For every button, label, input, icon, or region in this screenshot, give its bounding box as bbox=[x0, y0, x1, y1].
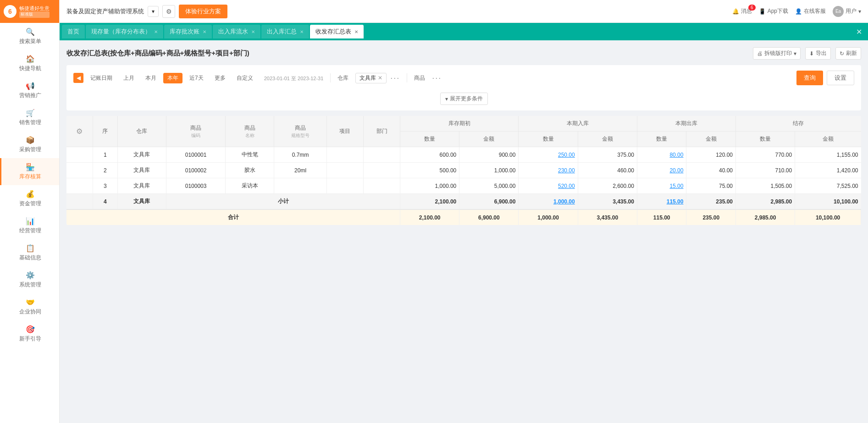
marketing-icon: 📢 bbox=[26, 82, 35, 90]
tab-receipt-summary[interactable]: 收发存汇总表 ✕ bbox=[310, 25, 364, 38]
row-in-qty[interactable]: 250.00 bbox=[519, 147, 578, 163]
tab-inventory-dist[interactable]: 现存量（库存分布表） ✕ bbox=[86, 25, 163, 38]
row-out-qty[interactable]: 20.00 bbox=[637, 163, 686, 178]
tab-close-icon[interactable]: ✕ bbox=[354, 29, 358, 34]
th-code: 商品编码 bbox=[166, 116, 225, 147]
sidebar-item-label: 新手引导 bbox=[19, 335, 41, 343]
row-out-qty[interactable]: 15.00 bbox=[637, 178, 686, 194]
row-no: 1 bbox=[93, 147, 117, 163]
goods-more-button[interactable]: ··· bbox=[432, 73, 442, 83]
basic-icon: 📋 bbox=[26, 244, 35, 253]
tab-in-out-summary[interactable]: 出入库汇总 ✕ bbox=[261, 25, 309, 38]
sidebar-item-marketing[interactable]: 📢 营销推广 bbox=[0, 77, 59, 104]
page-content: 收发存汇总表(按仓库+商品编码+商品+规格型号+项目+部门) 🖨 拆镜版打印 ▾… bbox=[60, 40, 868, 423]
tab-batch-ledger[interactable]: 库存批次账 ✕ bbox=[164, 25, 212, 38]
date-this-month[interactable]: 本月 bbox=[141, 73, 160, 83]
notifications-button[interactable]: 🔔 消息 6 bbox=[732, 7, 752, 15]
purchase-icon: 📦 bbox=[26, 136, 35, 144]
total-balance-amt: 10,100.00 bbox=[795, 209, 861, 225]
tab-home[interactable]: 首页 bbox=[62, 25, 85, 38]
row-expand bbox=[66, 163, 93, 178]
print-button[interactable]: 🖨 拆镜版打印 ▾ bbox=[753, 47, 801, 60]
sidebar-item-label: 基础信息 bbox=[19, 254, 41, 262]
row-out-amt: 120.00 bbox=[686, 147, 736, 163]
table-subtotal-row: 4 文具库 小计 2,100.00 6,900.00 1,000.00 3,43… bbox=[66, 194, 861, 210]
close-all-tabs-button[interactable]: ✕ bbox=[852, 27, 866, 36]
sidebar-item-collab[interactable]: 🤝 企业协同 bbox=[0, 293, 59, 320]
date-this-year[interactable]: 本年 bbox=[163, 73, 182, 83]
refresh-button[interactable]: ↻ 刷新 bbox=[835, 47, 861, 60]
sidebar-item-purchase[interactable]: 📦 采购管理 bbox=[0, 131, 59, 158]
user-menu[interactable]: Ea 用户 ▾ bbox=[833, 6, 861, 17]
row-in-qty[interactable]: 520.00 bbox=[519, 178, 578, 194]
query-button[interactable]: 查询 bbox=[796, 71, 823, 85]
divider bbox=[330, 73, 331, 82]
subtotal-balance-amt: 10,100.00 bbox=[795, 194, 861, 210]
sidebar-item-inventory[interactable]: 🏪 库存核算 bbox=[0, 158, 59, 185]
subtotal-out-qty[interactable]: 115.00 bbox=[637, 194, 686, 210]
row-warehouse: 文具库 bbox=[117, 178, 166, 194]
date-7days[interactable]: 近7天 bbox=[185, 73, 208, 83]
sidebar: 6 畅捷通好生意 标准版 🔍 搜索菜单 🏠 快捷导航 📢 营销推广 🛒 销售管理… bbox=[0, 0, 60, 423]
expand-row: ▾ 展开更多条件 bbox=[73, 89, 854, 105]
app-download-button[interactable]: 📱 App下载 bbox=[759, 7, 788, 15]
search-icon: 🔍 bbox=[26, 27, 35, 36]
phone-icon: 📱 bbox=[759, 8, 766, 15]
row-warehouse: 文具库 bbox=[117, 147, 166, 163]
row-out-qty[interactable]: 80.00 bbox=[637, 147, 686, 163]
total-in-qty: 1,000.00 bbox=[519, 209, 578, 225]
total-out-amt: 235.00 bbox=[686, 209, 736, 225]
row-spec: 0.7mm bbox=[274, 147, 327, 163]
sidebar-item-guide[interactable]: 🎯 新手引导 bbox=[0, 320, 59, 347]
th-settings[interactable]: ⚙ bbox=[66, 116, 93, 147]
warehouse-more-button[interactable]: ··· bbox=[390, 73, 400, 83]
row-in-qty[interactable]: 230.00 bbox=[519, 163, 578, 178]
subtotal-opening-qty: 2,100.00 bbox=[400, 194, 459, 210]
logo-icon: 6 bbox=[4, 5, 17, 18]
row-balance-amt: 1,420.00 bbox=[795, 163, 861, 178]
export-button[interactable]: ⬇ 导出 bbox=[805, 47, 831, 60]
tab-label: 现存量（库存分布表） bbox=[91, 27, 151, 36]
tab-close-icon[interactable]: ✕ bbox=[203, 29, 206, 34]
row-dept bbox=[363, 147, 400, 163]
system-dropdown[interactable]: ▾ bbox=[148, 6, 159, 17]
bell-icon: 🔔 bbox=[732, 8, 739, 15]
online-service-button[interactable]: 👤 在线客服 bbox=[795, 7, 826, 15]
sidebar-item-sales[interactable]: 🛒 销售管理 bbox=[0, 104, 59, 131]
expand-conditions-button[interactable]: ▾ 展开更多条件 bbox=[440, 93, 488, 105]
tab-label: 出入库汇总 bbox=[267, 27, 297, 36]
sidebar-item-quicknav[interactable]: 🏠 快捷导航 bbox=[0, 50, 59, 77]
row-balance-amt: 7,525.00 bbox=[795, 178, 861, 194]
remove-warehouse-button[interactable]: ✕ bbox=[378, 75, 382, 81]
sidebar-item-system[interactable]: ⚙️ 系统管理 bbox=[0, 266, 59, 293]
sidebar-item-label: 系统管理 bbox=[19, 281, 41, 289]
topbar-left: 装备及固定资产辅助管理系统 ▾ ⚙ 体验行业方案 bbox=[66, 5, 227, 18]
th-warehouse: 仓库 bbox=[117, 116, 166, 147]
sidebar-item-basic[interactable]: 📋 基础信息 bbox=[0, 239, 59, 266]
settings-button[interactable]: 设置 bbox=[827, 71, 854, 85]
row-in-amt: 2,600.00 bbox=[578, 178, 637, 194]
goods-label: 商品 bbox=[414, 74, 425, 82]
date-more[interactable]: 更多 bbox=[210, 73, 230, 83]
sidebar-item-operations[interactable]: 📊 经营管理 bbox=[0, 212, 59, 239]
tab-bar: 首页 现存量（库存分布表） ✕ 库存批次账 ✕ 出入库流水 ✕ 出入库汇总 ✕ … bbox=[60, 23, 868, 40]
table-row: 1 文具库 0100001 中性笔 0.7mm 600.00 900.00 25… bbox=[66, 147, 861, 163]
collab-icon: 🤝 bbox=[26, 298, 35, 307]
table-row: 2 文具库 0100002 胶水 20ml 500.00 1,000.00 23… bbox=[66, 163, 861, 178]
date-custom[interactable]: 自定义 bbox=[232, 73, 257, 83]
tab-close-icon[interactable]: ✕ bbox=[300, 29, 304, 34]
notification-badge: 6 bbox=[748, 5, 756, 11]
tab-in-out-flow[interactable]: 出入库流水 ✕ bbox=[213, 25, 260, 38]
row-out-amt: 75.00 bbox=[686, 178, 736, 194]
collapse-arrow-button[interactable]: ◀ bbox=[73, 73, 83, 83]
sidebar-item-finance[interactable]: 💰 资金管理 bbox=[0, 185, 59, 212]
subtotal-in-qty[interactable]: 1,000.00 bbox=[519, 194, 578, 210]
subtotal-expand bbox=[66, 194, 93, 210]
gear-button[interactable]: ⚙ bbox=[162, 5, 175, 18]
sidebar-item-search[interactable]: 🔍 搜索菜单 bbox=[0, 23, 59, 50]
date-last-month[interactable]: 上月 bbox=[119, 73, 138, 83]
tab-close-icon[interactable]: ✕ bbox=[154, 29, 158, 34]
table-gear-icon: ⚙ bbox=[76, 127, 83, 135]
experience-button[interactable]: 体验行业方案 bbox=[179, 5, 227, 18]
tab-close-icon[interactable]: ✕ bbox=[251, 29, 255, 34]
